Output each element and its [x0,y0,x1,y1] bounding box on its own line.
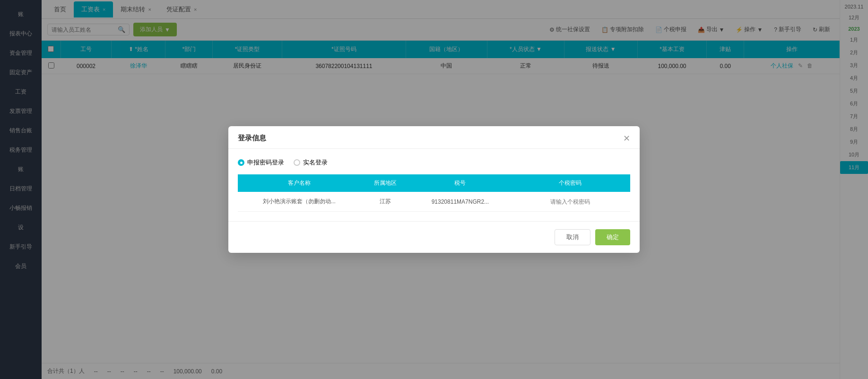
radio-password-login[interactable]: 申报密码登录 [238,158,284,167]
radio-group: 申报密码登录 实名登录 [238,158,630,167]
tax-password-input[interactable] [516,198,625,205]
dialog-cell-taxpwd[interactable] [510,192,630,212]
radio-password-circle [238,159,244,166]
dialog-col-region: 所属地区 [360,174,410,192]
dialog-cell-name: 刘小艳演示账套（勿删勿动... [238,192,360,212]
dialog-col-taxno: 税号 [410,174,510,192]
login-modal: 登录信息 ✕ 申报密码登录 实名登录 客户名称 所属地区 [228,126,640,253]
dialog-col-taxpwd: 个税密码 [510,174,630,192]
dialog-cell-taxno: 91320811MA7NGR2... [410,192,510,212]
dialog-table-row: 刘小艳演示账套（勿删勿动... 江苏 91320811MA7NGR2... [238,192,630,212]
dialog-table: 客户名称 所属地区 税号 个税密码 刘小艳演示账套（勿删勿动... 江苏 913… [238,174,630,212]
confirm-button[interactable]: 确定 [595,229,630,245]
modal-overlay: 登录信息 ✕ 申报密码登录 实名登录 客户名称 所属地区 [0,0,868,379]
cancel-button[interactable]: 取消 [555,229,590,245]
modal-footer: 取消 确定 [228,221,640,253]
modal-body: 申报密码登录 实名登录 客户名称 所属地区 税号 个税密码 [228,149,640,221]
modal-header: 登录信息 ✕ [228,126,640,149]
modal-title: 登录信息 [238,134,266,143]
modal-close-button[interactable]: ✕ [623,134,630,143]
radio-realname-login[interactable]: 实名登录 [294,158,328,167]
dialog-cell-region: 江苏 [360,192,410,212]
radio-realname-circle [294,159,300,166]
dialog-col-name: 客户名称 [238,174,360,192]
